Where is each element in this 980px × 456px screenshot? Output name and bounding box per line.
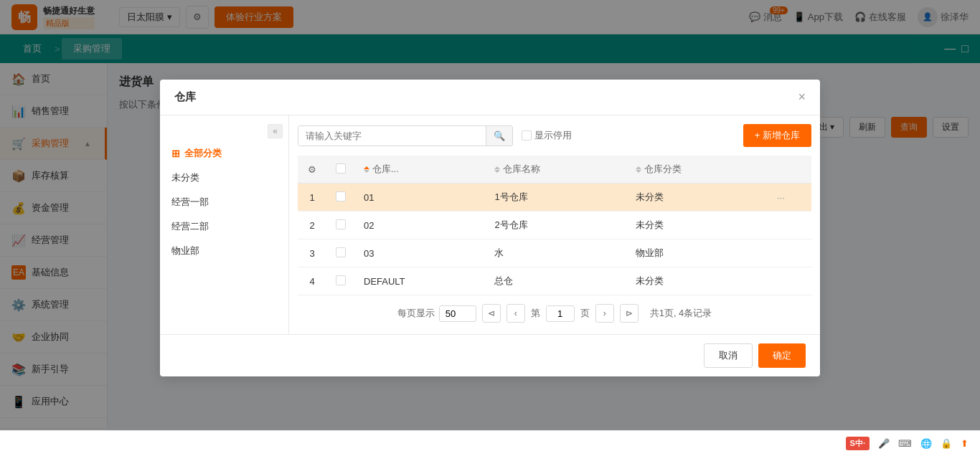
row-code: 03 xyxy=(355,239,486,267)
last-page-button[interactable]: ⊳ xyxy=(620,304,639,323)
mic-icon[interactable]: 🎤 xyxy=(878,438,890,449)
cat-item-ops2[interactable]: 经营二部 xyxy=(160,214,288,239)
col-name-header: 仓库名称 xyxy=(486,156,627,184)
table-row[interactable]: 3 03 水 物业部 xyxy=(298,239,811,267)
row-code: DEFAULT xyxy=(355,267,486,295)
more-actions-icon[interactable]: ··· xyxy=(777,192,785,203)
col-checkbox xyxy=(326,156,355,184)
input-method-badge[interactable]: S中· xyxy=(846,437,870,450)
row-settings: 2 xyxy=(298,212,326,239)
row-name: 1号仓库 xyxy=(486,184,627,212)
row-settings: 1 xyxy=(298,184,326,212)
row-code: 01 xyxy=(355,184,486,212)
table-row[interactable]: 2 02 2号仓库 未分类 xyxy=(298,212,811,239)
modal-body: « ⊞ 全部分类 未分类 经营一部 经营二部 物业部 xyxy=(160,115,820,334)
row-settings: 3 xyxy=(298,239,326,267)
row-category: 未分类 xyxy=(627,212,768,239)
cat-collapse-row: « xyxy=(160,121,288,141)
modal-overlay: 仓库 × « ⊞ 全部分类 未分类 经营一部 xyxy=(0,0,980,456)
modal-title: 仓库 xyxy=(174,90,196,104)
row-name: 水 xyxy=(486,239,627,267)
modal-header: 仓库 × xyxy=(160,80,820,115)
row-category: 物业部 xyxy=(627,239,768,267)
collapse-sidebar-button[interactable]: « xyxy=(268,124,283,138)
language-icon[interactable]: 🌐 xyxy=(920,438,932,449)
row-category: 未分类 xyxy=(627,184,768,212)
row-actions xyxy=(768,267,811,295)
modal-footer: 取消 确定 xyxy=(160,334,820,376)
warehouse-table: ⚙ xyxy=(298,156,811,295)
cat-item-uncategorized[interactable]: 未分类 xyxy=(160,166,288,190)
col-code-header: 仓库... xyxy=(355,156,486,184)
sort-icon-cat xyxy=(636,166,641,173)
per-page-control: 每页显示 50 100 xyxy=(397,305,476,322)
total-records: 共1页, 4条记录 xyxy=(650,307,712,320)
cancel-button[interactable]: 取消 xyxy=(704,343,753,368)
page-input[interactable] xyxy=(546,305,575,322)
search-icon[interactable]: 🔍 xyxy=(486,126,512,146)
sort-icon xyxy=(364,166,369,173)
first-page-button[interactable]: ⊲ xyxy=(482,304,501,323)
per-page-select[interactable]: 50 100 xyxy=(439,305,476,322)
row-category: 未分类 xyxy=(627,267,768,295)
table-row[interactable]: 1 01 1号仓库 未分类 ··· xyxy=(298,184,811,212)
modal-close-button[interactable]: × xyxy=(798,90,806,105)
category-sidebar: « ⊞ 全部分类 未分类 经营一部 经营二部 物业部 xyxy=(160,115,289,334)
search-box: 🔍 xyxy=(298,125,513,146)
row-actions xyxy=(768,212,811,239)
row-actions: ··· xyxy=(768,184,811,212)
warehouse-modal: 仓库 × « ⊞ 全部分类 未分类 经营一部 xyxy=(160,80,820,376)
next-page-button[interactable]: › xyxy=(595,304,614,323)
table-row[interactable]: 4 DEFAULT 总仓 未分类 xyxy=(298,267,811,295)
row-name: 总仓 xyxy=(486,267,627,295)
grid-icon: ⊞ xyxy=(171,148,180,159)
col-actions-header xyxy=(768,156,811,184)
select-all-checkbox[interactable] xyxy=(336,163,346,174)
cat-item-property[interactable]: 物业部 xyxy=(160,239,288,263)
show-disabled-checkbox[interactable] xyxy=(522,130,532,141)
row-code: 02 xyxy=(355,212,486,239)
modal-main-content: 🔍 显示停用 + 新增仓库 ⚙ xyxy=(289,115,820,334)
row-actions xyxy=(768,239,811,267)
col-category-header: 仓库分类 xyxy=(627,156,768,184)
bottom-bar: S中· 🎤 ⌨ 🌐 🔒 ⬆ xyxy=(0,430,980,456)
pagination: 每页显示 50 100 ⊲ ‹ 第 页 › ⊳ 共1页, 4条记录 xyxy=(298,295,811,326)
gear-icon: ⚙ xyxy=(308,164,316,175)
row-checkbox[interactable] xyxy=(326,212,355,239)
search-row: 🔍 显示停用 + 新增仓库 xyxy=(298,124,811,147)
row-settings: 4 xyxy=(298,267,326,295)
show-disabled-label[interactable]: 显示停用 xyxy=(522,129,572,142)
row-checkbox[interactable] xyxy=(326,267,355,295)
lock-icon[interactable]: 🔒 xyxy=(941,438,952,449)
keyboard-icon[interactable]: ⌨ xyxy=(898,438,912,449)
row-checkbox[interactable] xyxy=(326,239,355,267)
col-settings: ⚙ xyxy=(298,156,326,184)
search-input[interactable] xyxy=(298,126,486,146)
row-checkbox[interactable] xyxy=(326,184,355,212)
prev-page-button[interactable]: ‹ xyxy=(507,304,525,323)
table-header-row: ⚙ xyxy=(298,156,811,184)
sort-icon-name xyxy=(494,166,500,173)
row-name: 2号仓库 xyxy=(486,212,627,239)
upload-icon[interactable]: ⬆ xyxy=(961,438,969,449)
cat-item-all[interactable]: ⊞ 全部分类 xyxy=(160,141,288,166)
cat-item-ops1[interactable]: 经营一部 xyxy=(160,190,288,214)
confirm-button[interactable]: 确定 xyxy=(758,343,806,368)
add-warehouse-button[interactable]: + 新增仓库 xyxy=(743,124,811,147)
